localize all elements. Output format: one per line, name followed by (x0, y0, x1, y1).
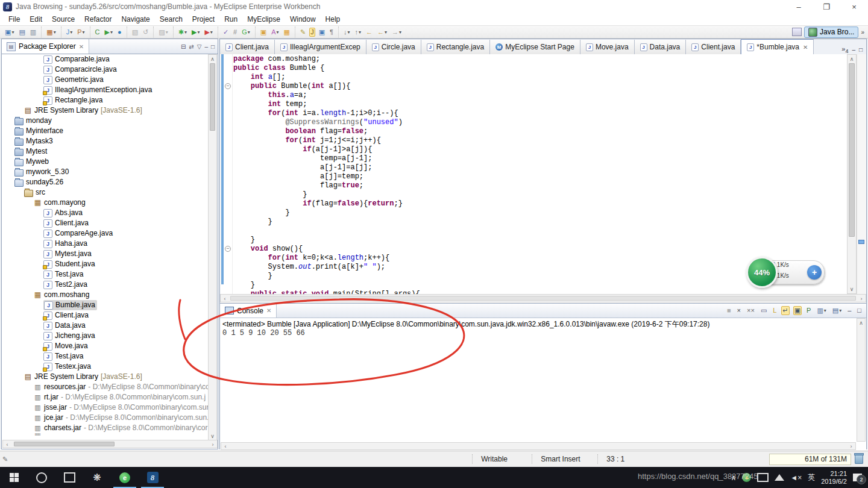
save-button[interactable]: ▤ (17, 28, 26, 37)
fold-collapse-icon[interactable]: − (225, 83, 231, 89)
package-explorer-horizontal-scrollbar[interactable]: ‹ › (2, 440, 218, 448)
garbage-collect-icon[interactable] (855, 454, 863, 464)
tree-item-move-java[interactable]: JMove.java (2, 341, 209, 351)
scroll-left-icon[interactable]: ‹ (4, 441, 10, 448)
maximize-view-icon[interactable]: □ (856, 306, 863, 315)
tree-item-jre-system-library[interactable]: ▤JRE System Library[JavaSE-1.6] (2, 105, 209, 116)
derby-button[interactable]: # (232, 28, 238, 37)
menu-window[interactable]: Window (285, 14, 321, 25)
editor-tab-illeaglargumentexcep[interactable]: JIlleaglArgumentExcep (275, 40, 366, 54)
menu-navigate[interactable]: Navigate (116, 14, 154, 25)
refresh-button[interactable]: ↺ (142, 28, 149, 37)
editor-tab-data-java[interactable]: JData.java (635, 40, 687, 54)
open-folder-button[interactable]: ▦ (283, 28, 291, 37)
back-button[interactable]: ←▾ (376, 28, 388, 37)
tree-item-monday[interactable]: monday (2, 116, 209, 126)
taskbar-clock[interactable]: 21:21 2019/6/2 (821, 470, 847, 486)
window-close-button[interactable]: × (840, 0, 868, 13)
package-explorer-vertical-scrollbar[interactable]: ∧ ∨ (208, 54, 217, 441)
display-console-icon[interactable]: ▥▾ (816, 306, 827, 315)
tray-display-icon[interactable] (757, 473, 769, 482)
pinwheel-app-button[interactable]: ❋ (83, 467, 111, 488)
web-browser-button[interactable]: ● (116, 28, 123, 37)
scroll-left-icon[interactable]: ‹ (222, 443, 228, 450)
tree-item-com-mayong[interactable]: ▦com.mayong (2, 198, 209, 208)
tree-item-resources-jar[interactable]: ▥resources.jar- D:\MyEclipse 8.0\Common\… (2, 382, 209, 392)
scroll-up-icon[interactable]: ∧ (857, 319, 865, 327)
window-maximize-button[interactable]: ❐ (813, 0, 840, 13)
scroll-down-icon[interactable]: ∨ (848, 286, 856, 293)
tree-item-mytest-java[interactable]: JMytest.java (2, 249, 209, 259)
view-menu-icon[interactable]: ▽ (197, 43, 202, 50)
package-explorer-tab[interactable]: ▤ Package Explorer ✕ (2, 39, 89, 54)
window-minimize-button[interactable]: – (785, 0, 813, 13)
browser-view-button[interactable]: ▣ (318, 28, 326, 37)
tree-item-src[interactable]: src (2, 187, 209, 198)
menu-refactor[interactable]: Refactor (80, 14, 116, 25)
run-class-button[interactable]: ▶▾ (103, 28, 113, 37)
tree-item-student-java[interactable]: JStudent.java (2, 259, 209, 269)
speed-ball-widget[interactable]: ↑ 0.1K/s ↓ 0.1K/s + 44% (746, 257, 825, 288)
link-with-editor-icon[interactable]: ⇄ (189, 43, 193, 50)
tree-item-jre-system-library[interactable]: ▤JRE System Library[JavaSE-1.6] (2, 372, 209, 382)
tree-item-testex-java[interactable]: JTestex.java (2, 361, 209, 372)
new-class-button[interactable]: C (94, 28, 101, 37)
close-tab-icon[interactable]: ✕ (803, 44, 808, 51)
tree-item-mywork-5-30[interactable]: mywork_5.30 (2, 167, 209, 177)
tree-item-compareage-java[interactable]: JCompareAge.java (2, 228, 209, 239)
myeclipse-deploy-button[interactable]: ▦▾ (45, 28, 57, 37)
editor-tab-client-java[interactable]: JClient.java (220, 40, 275, 54)
show-whitespace-button[interactable]: ¶ (329, 28, 335, 37)
validate-button[interactable]: ✓ (222, 28, 230, 37)
tree-item-com-moshang[interactable]: ▦com.moshang (2, 290, 209, 300)
word-wrap-icon[interactable]: ↵ (781, 306, 789, 315)
terminate-icon[interactable]: ■ (726, 306, 732, 315)
maximize-editor-icon[interactable]: □ (859, 46, 863, 53)
minimize-view-icon[interactable]: – (204, 43, 208, 50)
tray-volume-muted-icon[interactable]: ◄× (790, 474, 802, 482)
tree-item-bumble-java[interactable]: JBumble.java (2, 300, 209, 310)
tree-item-rectangle-java[interactable]: JRectangle.java (2, 95, 209, 105)
scroll-left-icon[interactable]: ‹ (222, 295, 228, 302)
tree-item-comparacircle-java[interactable]: JComparacircle.java (2, 64, 209, 75)
scroll-right-icon[interactable]: › (858, 295, 864, 302)
menu-project[interactable]: Project (187, 14, 219, 25)
java-browsing-perspective-button[interactable]: Java Bro... (804, 27, 858, 38)
overview-ruler[interactable] (857, 54, 866, 294)
menu-help[interactable]: Help (321, 14, 345, 25)
tree-item-mytask3[interactable]: Mytask3 (2, 136, 209, 146)
tree-item-comparable-java[interactable]: JComparable.java (2, 54, 209, 64)
tree-item-jsse-jar[interactable]: ▥jsse.jar- D:\MyEclipse 8.0\Common\binar… (2, 402, 209, 413)
console-horizontal-scrollbar[interactable]: ‹ › (221, 442, 856, 450)
tree-item-sunday5-26[interactable]: sunday5.26 (2, 177, 209, 187)
overview-annotation-marker[interactable] (858, 240, 864, 244)
tab-overflow-chevron[interactable]: »4 (841, 45, 848, 54)
console-tab[interactable]: Console ✕ (220, 304, 277, 318)
editor-tab-rectangle-java[interactable]: JRectangle.java (421, 40, 490, 54)
tree-item-charsets-jar[interactable]: ▥charsets.jar- D:\MyEclipse 8.0\Common\b… (2, 423, 209, 433)
memory-percent-ball[interactable]: 44% (746, 257, 778, 288)
editor-vertical-scrollbar[interactable]: ∧ ∨ (847, 54, 857, 294)
tree-item-abs-java[interactable]: JAbs.java (2, 208, 209, 218)
run-button[interactable]: ▶▾ (190, 28, 201, 37)
scroll-right-icon[interactable]: › (210, 441, 216, 448)
editor-tab-client-java[interactable]: JClient.java (686, 40, 741, 54)
boost-button[interactable]: + (807, 265, 822, 280)
last-edit-location-button[interactable]: ← (365, 28, 374, 37)
menu-edit[interactable]: Edit (25, 14, 47, 25)
tray-360-icon[interactable]: + (742, 473, 751, 482)
open-console-icon[interactable]: ▤▾ (831, 306, 843, 315)
scroll-up-icon[interactable]: ∧ (209, 55, 216, 63)
new-java-package-button[interactable]: P▾ (76, 28, 86, 37)
tree-item-geometric-java[interactable]: JGeometric.java (2, 75, 209, 85)
new-java-project-button[interactable]: J▾ (65, 28, 74, 37)
close-view-icon[interactable]: ✕ (266, 307, 271, 314)
tree-item-mytest[interactable]: Mytest (2, 146, 209, 157)
editor-tab-circle-java[interactable]: JCircle.java (366, 40, 421, 54)
tree-item-haha-java[interactable]: JHaha.java (2, 239, 209, 249)
java-editor-button[interactable]: J (309, 28, 315, 37)
tree-item-jce-jar[interactable]: ▥jce.jar- D:\MyEclipse 8.0\Common\binary… (2, 413, 209, 423)
scroll-up-icon[interactable]: ∧ (848, 55, 856, 63)
scroll-right-icon[interactable]: › (848, 443, 854, 450)
maximize-view-icon[interactable]: □ (211, 43, 215, 50)
